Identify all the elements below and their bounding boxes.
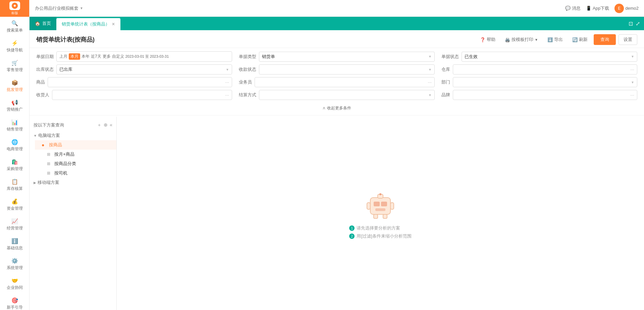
sidebar-item-wholesale[interactable]: 📦 批发管理 — [0, 76, 29, 96]
tab-maximize-icon[interactable]: ⤢ — [636, 20, 640, 27]
query-button[interactable]: 查询 — [594, 34, 616, 45]
warehouse-value[interactable]: ··· — [453, 64, 637, 74]
industry-selector[interactable]: 办公用品行业模拟账套 ▼ — [35, 5, 83, 11]
tabbar: 🏠 首页 销货单统计表（按商品） ✕ ⊡ ⤢ — [30, 17, 644, 30]
sidebar-item-system[interactable]: ⚙️ 系统管理 — [0, 254, 29, 274]
sidebar-item-guide[interactable]: 🎯 新手引导 — [0, 294, 29, 310]
sidebar-item-purchase[interactable]: 🛍️ 采购管理 — [0, 155, 29, 175]
page-header: 销货单统计表(按商品) ❓ 帮助 🖨️ 按模板打印 ▼ ⬇️ 导出 🔄 刷新 — [30, 30, 644, 48]
print-icon: 🖨️ — [505, 37, 510, 42]
right-content: 1 请先选择要分析的方案 2 用[过滤]条件来缩小分析范围 — [117, 117, 644, 310]
sidebar-item-enterprise[interactable]: 🤝 企业协同 — [0, 274, 29, 294]
sidebar-item-finance[interactable]: 💰 资金管理 — [0, 195, 29, 215]
logo-area: 标版 — [0, 0, 29, 17]
dept-value[interactable]: ▼ — [453, 77, 637, 87]
doc-status-value[interactable]: 已生效 ▼ — [462, 52, 637, 62]
product-value[interactable]: ··· — [48, 77, 232, 87]
filter-doc-status: 单据状态 已生效 ▼ — [441, 52, 637, 62]
date-tab-this-month[interactable]: 本月 — [69, 53, 80, 60]
left-panel-header: 按以下方案查询 ＋ ⊕ « — [30, 119, 116, 131]
sidebar-item-marketing[interactable]: 📢 营销推广 — [0, 96, 29, 116]
filter-product: 商品 ··· — [36, 77, 232, 87]
collapse-panel-icon[interactable]: « — [110, 122, 112, 128]
refresh-icon: 🔄 — [572, 37, 578, 42]
salesman-label: 业务员 — [239, 79, 252, 85]
filter-doc-type: 单据类型 销货单 ▼ — [239, 52, 435, 62]
settle-label: 结算方式 — [239, 92, 256, 98]
topbar-right: 💬 消息 📱 App下载 E demo2 — [565, 4, 639, 13]
operations-icon: 📈 — [11, 218, 18, 224]
brand-more-icon[interactable]: ··· — [630, 92, 634, 98]
date-tab-last-month[interactable]: 上月 — [59, 54, 67, 59]
copy-plan-icon[interactable]: ⊕ — [104, 122, 108, 128]
filters-area: 单据日期 上月 本月 本年 近7天 更多 自定义 2023-03-01 至 20… — [30, 48, 644, 114]
ecommerce-icon: 🌐 — [11, 139, 18, 145]
brand-value[interactable]: ··· — [453, 90, 637, 100]
sidebar-item-retail[interactable]: 🛒 零售管理 — [0, 56, 29, 76]
settle-value[interactable]: ▼ — [259, 90, 435, 100]
salesman-more-icon[interactable]: ··· — [428, 80, 432, 85]
collapse-button[interactable]: ∧ 收起更多条件 — [322, 105, 351, 111]
doc-status-label: 单据状态 — [441, 54, 459, 60]
svg-rect-7 — [367, 203, 370, 209]
receiver-more-icon[interactable]: ··· — [225, 92, 229, 98]
settle-dropdown-icon: ▼ — [428, 93, 432, 97]
tree-node-by-product[interactable]: ● 按商品 — [35, 140, 116, 150]
export-icon: ⬇️ — [547, 37, 553, 42]
help-icon: ❓ — [480, 37, 485, 42]
stock-out-value[interactable]: 已出库 ▼ — [56, 64, 232, 74]
date-filter-value[interactable]: 上月 本月 本年 近7天 更多 自定义 2023-03-01 至 2023-03… — [56, 51, 232, 62]
filter-row-2: 出库状态 已出库 ▼ 收款状态 ▼ 仓库 — [36, 64, 637, 74]
grid-icon-1: ⊞ — [47, 152, 52, 157]
warehouse-more-icon[interactable]: ··· — [630, 67, 634, 72]
tree-section-pc-header[interactable]: ▼ 电脑端方案 — [30, 131, 116, 140]
filter-payment: 收款状态 ▼ — [239, 64, 435, 74]
sidebar-item-sales[interactable]: 📊 销售管理 — [0, 116, 29, 136]
empty-state: 1 请先选择要分析的方案 2 用[过滤]条件来缩小分析范围 — [349, 188, 411, 239]
date-tab-7days[interactable]: 近7天 — [91, 54, 101, 59]
sidebar-item-ecommerce[interactable]: 🌐 电商管理 — [0, 136, 29, 155]
tab-minimize-icon[interactable]: ⊡ — [629, 20, 633, 27]
date-label: 单据日期 — [36, 54, 54, 60]
tab-home[interactable]: 🏠 首页 — [30, 17, 56, 30]
sidebar-item-search[interactable]: 🔍 搜索菜单 — [0, 17, 29, 37]
empty-illustration — [364, 188, 397, 221]
tree-section-arrow: ▼ — [34, 134, 37, 138]
refresh-button[interactable]: 🔄 刷新 — [569, 35, 591, 44]
user-profile[interactable]: E demo2 — [614, 4, 639, 13]
payment-label: 收款状态 — [239, 66, 256, 72]
tree-section-mobile-header[interactable]: ▶ 移动端方案 — [30, 178, 116, 187]
dept-label: 部门 — [441, 79, 450, 85]
sidebar-item-quicknav[interactable]: ⚡ 快捷导航 — [0, 37, 29, 56]
app-download-btn[interactable]: 📱 App下载 — [586, 5, 609, 11]
basic-icon: ℹ️ — [11, 238, 18, 244]
date-tab-custom[interactable]: 自定义 — [112, 54, 124, 59]
template-print-button[interactable]: 🖨️ 按模板打印 ▼ — [501, 35, 541, 44]
tree-node-by-customer[interactable]: ⊞ 按司机 — [40, 168, 116, 178]
settings-button[interactable]: 设置 — [619, 34, 637, 45]
date-tab-more[interactable]: 更多 — [103, 54, 111, 59]
svg-rect-3 — [381, 202, 387, 206]
sidebar-item-operations[interactable]: 📈 经营管理 — [0, 215, 29, 235]
search-icon: 🔍 — [11, 20, 18, 27]
tree-node-by-month-product[interactable]: ⊞ 按月+商品 — [40, 150, 116, 159]
date-tab-this-year[interactable]: 本年 — [82, 54, 90, 59]
tab-close-icon[interactable]: ✕ — [112, 22, 115, 27]
sidebar-item-basic[interactable]: ℹ️ 基础信息 — [0, 235, 29, 254]
doc-type-value[interactable]: 销货单 ▼ — [259, 52, 435, 62]
quicknav-icon: ⚡ — [11, 40, 18, 46]
add-plan-icon[interactable]: ＋ — [97, 122, 102, 128]
product-more-icon[interactable]: ··· — [225, 80, 229, 85]
help-button[interactable]: ❓ 帮助 — [477, 35, 499, 44]
salesman-value[interactable]: ··· — [255, 77, 435, 87]
export-button[interactable]: ⬇️ 导出 — [544, 35, 566, 44]
payment-value[interactable]: ▼ — [259, 64, 435, 74]
grid-icon-2: ⊞ — [47, 161, 52, 166]
industry-label: 办公用品行业模拟账套 — [35, 5, 78, 11]
messages-btn[interactable]: 💬 消息 — [565, 5, 581, 11]
tree-node-by-category[interactable]: ⊞ 按商品分类 — [40, 159, 116, 168]
left-panel-title: 按以下方案查询 — [34, 122, 64, 128]
receiver-value[interactable]: ··· — [52, 90, 232, 100]
sidebar-item-inventory[interactable]: 📋 库存核算 — [0, 175, 29, 195]
tab-sales-stat[interactable]: 销货单统计表（按商品） ✕ — [56, 18, 120, 30]
